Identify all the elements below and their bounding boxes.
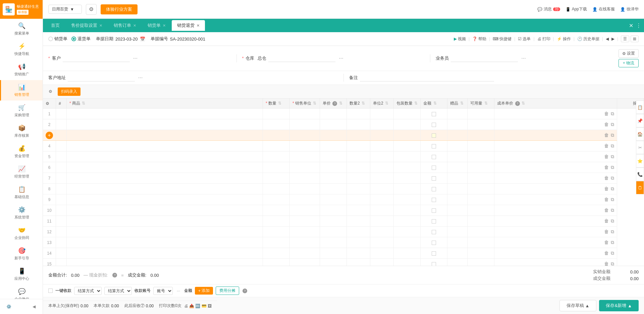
action-history[interactable]: 🕐 历史单据 (577, 36, 599, 42)
sidebar-item-sales[interactable]: 📊 销售管理 (0, 80, 43, 101)
industry-select[interactable]: 日用百货 ▼ (48, 5, 82, 14)
float-btn-1[interactable]: 📋 (636, 101, 644, 114)
copy-row-12-btn[interactable]: ⧉ (611, 229, 614, 235)
save-draft-btn[interactable]: 保存草稿 ▲ (559, 300, 597, 311)
sidebar-item-finance[interactable]: 💰 资金管理 (0, 141, 43, 162)
sidebar-item-shortcut[interactable]: ⚡ 快捷导航 (0, 39, 43, 60)
row-3-unit[interactable] (263, 130, 290, 141)
row-2-available[interactable] (447, 119, 468, 130)
view-grid-btn[interactable]: ⊞ (631, 36, 639, 42)
row-2-cost[interactable] (468, 119, 494, 130)
delete-row-2-btn[interactable]: 🗑 (604, 122, 609, 127)
save-new-btn[interactable]: 保存&新增 ▲ (599, 300, 639, 311)
delete-row-3-btn[interactable]: 🗑 (604, 132, 609, 138)
row-3-price[interactable] (290, 130, 320, 141)
row-2-gift[interactable] (421, 119, 447, 130)
copy-row-15-btn[interactable]: ⧉ (611, 261, 614, 266)
calendar-icon[interactable]: 📅 (140, 37, 145, 42)
account-select[interactable]: 账号 (153, 287, 173, 295)
row-1-available[interactable] (447, 109, 468, 119)
action-shortcut[interactable]: ⌨ 快捷键 (493, 36, 512, 42)
row-2-unit[interactable] (263, 119, 290, 130)
warehouse-input[interactable] (268, 55, 335, 62)
row-3-cost[interactable] (468, 130, 494, 141)
delete-row-1-btn[interactable]: 🗑 (604, 111, 609, 117)
sidebar-settings-btn[interactable]: ⚙️ (3, 302, 15, 311)
action-video[interactable]: ▶ 视频 (454, 36, 466, 42)
delete-row-6-btn[interactable]: 🗑 (604, 165, 609, 170)
copy-row-6-btn[interactable]: ⧉ (611, 165, 614, 170)
view-list-btn[interactable]: ☰ (621, 36, 629, 42)
online-service-btn[interactable]: 👤 在线客服 (592, 6, 615, 12)
row-3-product-input[interactable] (59, 133, 64, 138)
sidebar-item-basic[interactable]: 📋 基础信息 (0, 182, 43, 203)
logistics-btn[interactable]: + 物流 (619, 59, 639, 67)
delete-row-7-btn[interactable]: 🗑 (604, 175, 609, 181)
sidebar-item-apps[interactable]: 📱 应用中心 (0, 264, 43, 285)
tab-menu-btn[interactable]: ⋮ (636, 22, 641, 29)
sidebar-item-system[interactable]: ⚙️ 系统管理 (0, 203, 43, 223)
settle-method-select[interactable]: 结算方式 (74, 287, 102, 295)
row-1-gift[interactable] (421, 109, 447, 119)
unit-price-sort-icon[interactable]: ⇅ (339, 101, 342, 106)
copy-row-9-btn[interactable]: ⧉ (611, 197, 614, 202)
row-3-pack[interactable] (370, 130, 394, 141)
tab-sales-delivery[interactable]: 销货单 ✕ (142, 20, 171, 31)
sidebar-item-search[interactable]: 🔍 搜索菜单 (0, 19, 43, 39)
row-1-price[interactable] (290, 109, 320, 119)
quantity-sort-icon[interactable]: ⇅ (278, 101, 281, 106)
available-sort-icon[interactable]: ⇅ (484, 101, 488, 106)
row-3-amount[interactable] (394, 130, 421, 141)
delete-row-8-btn[interactable]: 🗑 (604, 186, 609, 192)
table-settings-btn[interactable]: ⚙ (46, 87, 55, 96)
action-operation[interactable]: ⚡ 操作 (557, 36, 571, 42)
radio-return[interactable]: 退货单 (71, 36, 91, 42)
note-input[interactable] (360, 74, 494, 81)
expense-help-icon[interactable]: ? (243, 289, 247, 293)
sidebar-item-inventory[interactable]: 📦 库存核算 (0, 121, 43, 141)
sidebar-item-wechat[interactable]: 💬 企业微信 (0, 285, 43, 299)
copy-row-14-btn[interactable]: ⧉ (611, 250, 614, 256)
tab-price-setting[interactable]: 售价提取设置 ✕ (66, 20, 108, 31)
trial-btn[interactable]: 体验行业方案 (101, 4, 138, 14)
float-btn-2[interactable]: 📌 (636, 114, 644, 127)
table-scroll[interactable]: ⚙ # * 商品 ⇅ * 数量 ⇅ (43, 99, 644, 266)
copy-row-3-btn[interactable]: ⧉ (611, 132, 614, 138)
action-next[interactable]: ▶ (611, 37, 614, 41)
tab-home[interactable]: 首页 (46, 20, 65, 31)
tab-sales-return[interactable]: 销货退货 ✕ (172, 20, 205, 31)
tab-close-price-setting[interactable]: ✕ (99, 23, 102, 28)
sidebar-item-enterprise[interactable]: 🤝 企业协同 (0, 223, 43, 244)
row-3-available[interactable] (447, 130, 468, 141)
copy-row-7-btn[interactable]: ⧉ (611, 175, 614, 181)
row-2-pack[interactable] (370, 119, 394, 130)
row-1-unit2[interactable] (347, 109, 370, 119)
delete-row-13-btn[interactable]: 🗑 (604, 240, 609, 245)
sidebar-collapse-btn[interactable]: ◀ (28, 302, 40, 311)
expense-split-btn[interactable]: 费用分摊 (216, 287, 239, 295)
copy-row-5-btn[interactable]: ⧉ (611, 154, 614, 160)
row-2-qty2[interactable] (320, 119, 347, 130)
float-btn-3[interactable]: 🏠 (636, 127, 644, 141)
qty2-sort-icon[interactable]: ⇅ (362, 101, 365, 106)
copy-row-2-btn[interactable]: ⧉ (611, 122, 614, 127)
one-click-pay-checkbox[interactable] (48, 289, 53, 293)
tab-close-all-btn[interactable]: ✕ (629, 22, 633, 29)
float-btn-active[interactable]: 🗒 (636, 181, 644, 194)
row-2-unit2[interactable] (347, 119, 370, 130)
action-select[interactable]: ☑ 选单 (518, 36, 531, 42)
sidebar-item-guide[interactable]: 🎯 新手引导 (0, 244, 43, 264)
float-btn-4[interactable]: ✂ (636, 141, 644, 154)
copy-row-4-btn[interactable]: ⧉ (611, 143, 614, 149)
pack-qty-sort-icon[interactable]: ⇅ (414, 101, 418, 106)
copy-row-13-btn[interactable]: ⧉ (611, 240, 614, 245)
action-help[interactable]: ❓ 帮助 (472, 36, 486, 42)
sidebar-item-marketing[interactable]: 📢 营销推广 (0, 60, 43, 80)
action-print[interactable]: 🖨 打印 (537, 36, 550, 42)
staff-input[interactable] (451, 55, 518, 62)
staff-search-btn[interactable]: ··· (521, 55, 526, 61)
row-1-product[interactable] (56, 109, 67, 119)
action-prev[interactable]: ◀ (606, 37, 609, 41)
add-payment-btn[interactable]: + 添加 (195, 287, 213, 295)
copy-row-1-btn[interactable]: ⧉ (611, 111, 614, 117)
